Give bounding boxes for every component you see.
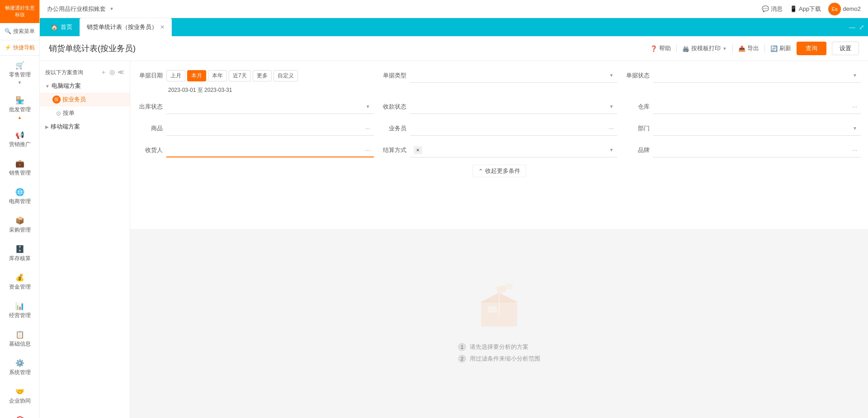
date-this-year[interactable]: 本年: [208, 70, 227, 81]
industry-selector[interactable]: 办公用品行业模拟账套 ▼: [47, 5, 114, 13]
sidebar-item-label: 销售管理: [9, 169, 31, 177]
collapse-label: 收起更多条件: [485, 167, 520, 175]
maximize-btn[interactable]: ⤢: [859, 24, 864, 31]
add-scheme-btn[interactable]: ＋: [100, 68, 107, 76]
sales-rep-filter-label: 业务员: [381, 124, 406, 133]
left-panel-title: 按以下方案查询: [45, 69, 83, 76]
sidebar-item-label: 企业协同: [9, 397, 31, 405]
sidebar-item-marketing[interactable]: 📢 营销推广: [0, 125, 39, 154]
user-menu[interactable]: Ea demo2: [828, 3, 861, 15]
by-order-label: 按单: [63, 109, 75, 117]
refresh-btn[interactable]: 🔄 刷新: [770, 44, 791, 52]
edit-scheme-btn[interactable]: ◎: [109, 68, 115, 76]
window-controls: — ⤢: [849, 24, 864, 31]
tab-sales-stats[interactable]: 销货单统计表（按业务员） ✕: [80, 18, 172, 36]
sidebar-item-operation[interactable]: 📊 经营管理: [0, 296, 39, 325]
tab-close-icon[interactable]: ✕: [160, 24, 165, 30]
pc-section: ▼ 电脑端方案: [40, 79, 130, 93]
sales-rep-select[interactable]: ···: [410, 121, 618, 136]
filter-cell-doc-type: 单据类型 ▼: [381, 68, 618, 83]
enterprise-icon: 🤝: [15, 387, 24, 396]
doc-status-select[interactable]: ▼: [653, 68, 861, 83]
goods-select[interactable]: ···: [166, 121, 374, 136]
filter-row-2: 出库状态 ▼ 收款状态 ▼: [137, 100, 861, 114]
app-download-btn[interactable]: 📱 App下载: [790, 5, 821, 13]
settle-tag-close[interactable]: ×: [416, 147, 420, 153]
tab-home[interactable]: 🏠 首页: [43, 18, 80, 36]
app-download-label: App下载: [799, 5, 821, 13]
dept-select[interactable]: ▼: [653, 121, 861, 136]
goods-dots: ···: [365, 125, 370, 132]
filter-cell-goods: 商品 ···: [137, 121, 374, 136]
content-area: 按以下方案查询 ＋ ◎ ≪ ▼ 电脑端方案 按 按业务员 ⊙: [40, 61, 868, 418]
sidebar-item-label: 电商管理: [9, 198, 31, 205]
date-controls: 上月 本月 本年 近7天 更多 自定义: [166, 70, 374, 81]
right-content: 单据日期 上月 本月 本年 近7天 更多 自定义 单据类型: [130, 61, 868, 418]
message-icon: 💬: [762, 5, 769, 12]
sidebar-item-enterprise[interactable]: 🤝 企业协同: [0, 382, 39, 410]
svg-rect-7: [505, 284, 513, 290]
date-more[interactable]: 更多: [253, 70, 272, 81]
template-print-btn[interactable]: 🖨️ 按模板打印 ▼: [682, 44, 727, 52]
date-last-month[interactable]: 上月: [166, 70, 185, 81]
date-custom[interactable]: 自定义: [274, 70, 298, 81]
sidebar-item-newbie[interactable]: 🎯 新手引导: [0, 410, 39, 418]
svg-rect-3: [488, 306, 497, 313]
filter-cell-doc-status: 单据状态 ▼: [624, 68, 861, 83]
sidebar-item-wholesale[interactable]: 🏪 批发管理 ▲: [0, 90, 39, 125]
sidebar-item-base[interactable]: 📋 基础信息: [0, 325, 39, 353]
print-icon: 🖨️: [682, 45, 689, 52]
sidebar-item-purchase[interactable]: 📦 采购管理: [0, 211, 39, 239]
base-icon: 📋: [15, 330, 24, 339]
export-btn[interactable]: 📤 导出: [738, 44, 759, 52]
sidebar-item-inventory[interactable]: 🗄️ 库存核算: [0, 239, 39, 268]
settle-arrow: ▼: [609, 147, 613, 152]
settle-label: 结算方式: [381, 146, 406, 154]
warehouse-label: 仓库: [624, 103, 650, 111]
sales-icon: 💼: [15, 159, 24, 168]
finance-icon: 💰: [15, 273, 24, 282]
logo[interactable]: 畅捷通好生意 标版: [0, 0, 39, 23]
date-this-month[interactable]: 本月: [187, 70, 206, 81]
out-status-select[interactable]: ▼: [166, 100, 374, 114]
sidebar-item-retail[interactable]: 🛒 零售管理 ▼: [0, 56, 39, 90]
brand-label: 品牌: [624, 146, 650, 154]
dept-arrow: ▼: [853, 126, 857, 131]
expand-icon: ▼: [18, 80, 22, 85]
receiver-input[interactable]: ···: [166, 143, 374, 157]
expand-icon: ▲: [18, 115, 22, 120]
sidebar-item-sales[interactable]: 💼 销售管理: [0, 154, 39, 182]
order-icon: ⊙: [56, 110, 61, 117]
receiver-dots: ···: [365, 147, 370, 153]
doc-type-select[interactable]: ▼: [410, 68, 618, 83]
collect-status-select[interactable]: ▼: [410, 100, 618, 114]
query-btn[interactable]: 查询: [797, 42, 826, 55]
header-actions: 💬 消息 📱 App下载 Ea demo2: [762, 3, 861, 15]
settings-btn[interactable]: 设置: [832, 42, 859, 55]
sidebar-item-system[interactable]: ⚙️ 系统管理: [0, 353, 39, 382]
sidebar-item-finance[interactable]: 💰 资金管理: [0, 268, 39, 296]
date-7days[interactable]: 近7天: [229, 70, 251, 81]
doc-type-label: 单据类型: [381, 71, 406, 80]
tree-item-by-order[interactable]: ⊙ 按单: [40, 106, 130, 120]
page-header: 销货单统计表(按业务员) ❓ 帮助 🖨️ 按模板打印 ▼ 📤 导出: [40, 36, 868, 61]
brand-select[interactable]: ···: [653, 143, 861, 157]
username: demo2: [843, 5, 861, 12]
sidebar-quick-nav[interactable]: ⚡ 快捷导航: [0, 40, 39, 56]
settle-select[interactable]: × ▼: [410, 143, 618, 157]
tree-item-sales-rep[interactable]: 按 按业务员: [40, 93, 130, 106]
svg-rect-6: [496, 285, 507, 294]
empty-state: 1 请先选择要分析的方案 2 用过滤条件来缩小分析范围: [130, 229, 868, 418]
message-btn[interactable]: 💬 消息: [762, 5, 783, 13]
collapse-btn[interactable]: ⌃ 收起更多条件: [472, 165, 526, 177]
collapse-panel-btn[interactable]: ≪: [118, 68, 124, 76]
sidebar-item-ecom[interactable]: 🌐 电商管理: [0, 182, 39, 211]
minimize-btn[interactable]: —: [849, 24, 855, 31]
sidebar-search[interactable]: 🔍 搜索菜单: [0, 23, 39, 40]
marketing-icon: 📢: [15, 131, 24, 139]
goods-label: 商品: [137, 124, 163, 133]
empty-step-1: 1 请先选择要分析的方案: [458, 343, 540, 351]
system-icon: ⚙️: [15, 359, 24, 367]
help-btn[interactable]: ❓ 帮助: [650, 44, 671, 52]
warehouse-select[interactable]: ···: [653, 100, 861, 114]
